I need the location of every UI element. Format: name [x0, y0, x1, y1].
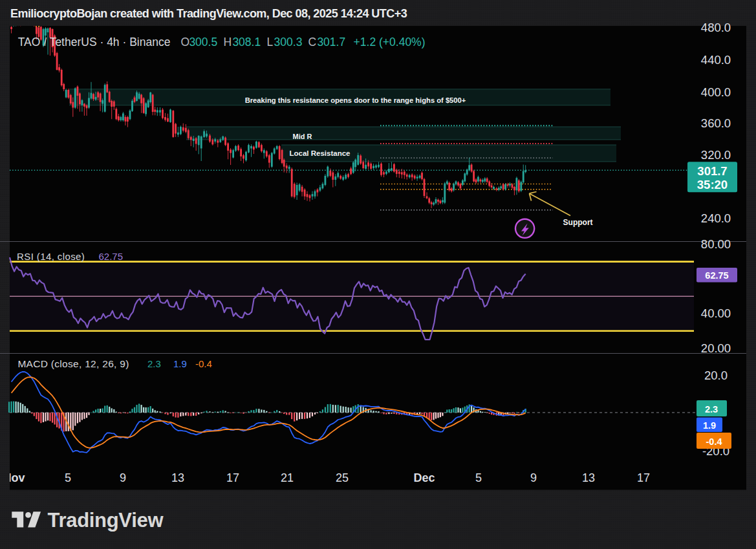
svg-text:H: H: [224, 36, 232, 48]
svg-text:13: 13: [171, 471, 184, 484]
svg-text:440.0: 440.0: [701, 53, 731, 67]
svg-text:80.00: 80.00: [701, 237, 731, 251]
svg-text:-0.4: -0.4: [195, 358, 212, 369]
svg-text:+1.2 (+0.40%): +1.2 (+0.40%): [354, 36, 426, 48]
svg-text:301.7: 301.7: [317, 36, 345, 48]
svg-text:2.3: 2.3: [705, 404, 718, 414]
svg-text:Mid R: Mid R: [293, 133, 312, 140]
svg-text:20.00: 20.00: [701, 341, 731, 355]
svg-text:62.75: 62.75: [705, 270, 728, 281]
svg-text:308.1: 308.1: [232, 36, 261, 48]
svg-text:1.9: 1.9: [173, 358, 187, 369]
svg-text:Dec: Dec: [413, 471, 435, 484]
svg-text:320.0: 320.0: [701, 148, 731, 162]
svg-text:240.0: 240.0: [701, 211, 731, 225]
svg-text:Support: Support: [563, 218, 593, 227]
svg-text:17: 17: [226, 471, 239, 484]
svg-text:EmiliocryptoBojan created with: EmiliocryptoBojan created with TradingVi…: [10, 7, 407, 20]
svg-text:21: 21: [281, 471, 294, 484]
svg-text:Breaking this resistance opens: Breaking this resistance opens door to t…: [245, 96, 466, 104]
svg-text:400.0: 400.0: [701, 85, 731, 99]
svg-text:RSI (14, close): RSI (14, close): [17, 251, 85, 262]
svg-text:MACD (close, 12, 26, 9): MACD (close, 12, 26, 9): [17, 358, 129, 369]
svg-text:301.7: 301.7: [697, 164, 727, 178]
svg-text:2.3: 2.3: [147, 358, 161, 369]
svg-text:C: C: [308, 36, 317, 48]
svg-text:TAO / TetherUS · 4h · Binance: TAO / TetherUS · 4h · Binance: [18, 36, 171, 48]
svg-text:40.00: 40.00: [701, 307, 731, 320]
svg-text:O: O: [181, 36, 190, 48]
svg-text:62.75: 62.75: [99, 251, 124, 262]
svg-text:300.3: 300.3: [274, 36, 303, 48]
svg-text:35:20: 35:20: [697, 178, 728, 191]
svg-text:300.5: 300.5: [189, 36, 217, 48]
svg-text:5: 5: [475, 471, 482, 484]
svg-text:L: L: [267, 36, 274, 48]
svg-text:20.0: 20.0: [704, 369, 728, 382]
svg-text:360.0: 360.0: [701, 116, 731, 130]
svg-text:-0.4: -0.4: [706, 436, 722, 447]
svg-text:1.9: 1.9: [703, 420, 716, 431]
svg-text:TradingView: TradingView: [48, 509, 164, 532]
svg-text:5: 5: [65, 471, 71, 484]
svg-text:9: 9: [530, 471, 537, 484]
svg-text:480.0: 480.0: [701, 21, 731, 34]
svg-text:25: 25: [336, 471, 349, 484]
svg-text:Local Resistance: Local Resistance: [290, 149, 351, 157]
svg-text:17: 17: [637, 471, 650, 484]
svg-text:9: 9: [120, 471, 126, 484]
svg-text:13: 13: [582, 471, 595, 484]
